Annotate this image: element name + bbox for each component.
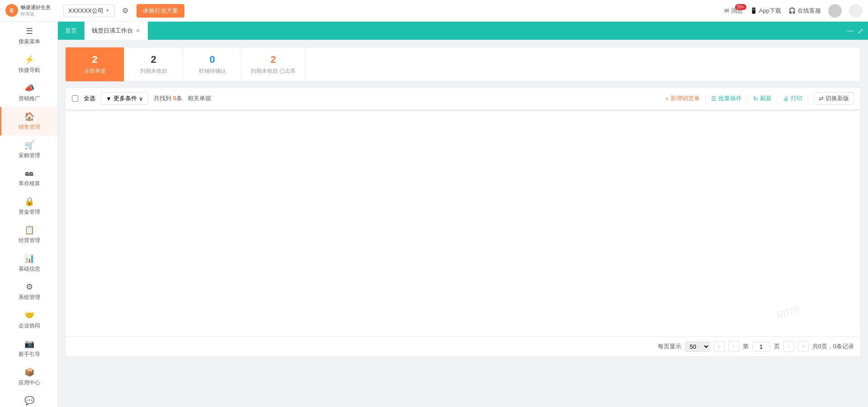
stats-label-pending: 旺铺待确认 bbox=[192, 67, 232, 75]
avatar[interactable] bbox=[828, 4, 842, 18]
search-menu-icon: ☰ bbox=[26, 26, 33, 36]
stats-label-overdue-shipped: 到期未收款 已出库 bbox=[251, 67, 296, 75]
stats-tab-all[interactable]: 2 全部单据 bbox=[66, 47, 124, 81]
service-icon: 🎧 bbox=[788, 7, 796, 14]
sidebar-label: 搜索菜单 bbox=[19, 38, 40, 46]
sidebar-label: 快捷导航 bbox=[19, 66, 40, 74]
sidebar-item-search-menu[interactable]: ☰ 搜索菜单 bbox=[0, 22, 57, 50]
first-page-btn[interactable]: « bbox=[714, 341, 725, 352]
guide-icon: 📷 bbox=[24, 339, 34, 349]
sidebar-item-app-center[interactable]: 📦 应用中心 bbox=[0, 363, 57, 391]
company-name: XXXXXX公司 bbox=[68, 7, 104, 15]
nav-message[interactable]: ✉ 消息 99+ bbox=[724, 7, 743, 15]
batch-icon: ☰ bbox=[711, 95, 717, 102]
divider bbox=[705, 95, 706, 102]
message-badge: 99+ bbox=[735, 4, 746, 10]
refresh-btn[interactable]: ↻ 刷新 bbox=[753, 94, 772, 103]
sidebar-label: 营销推广 bbox=[19, 95, 40, 103]
sidebar-label: 系统管理 bbox=[19, 294, 40, 301]
stats-label-all: 全部单据 bbox=[75, 67, 115, 75]
settings-icon[interactable]: ⚙ bbox=[118, 4, 132, 18]
per-page-label: 每页显示 bbox=[658, 342, 681, 351]
batch-btn[interactable]: ☰ 批量操作 bbox=[711, 94, 742, 103]
sidebar-item-marketing[interactable]: 📣 营销推广 bbox=[0, 79, 57, 107]
avatar-extra bbox=[849, 4, 863, 18]
stats-count-overdue-shipped: 2 bbox=[251, 54, 296, 65]
tab-bar: 首页 钱货日清工作台 ✕ — ⤢ bbox=[58, 22, 868, 40]
sidebar-label: 库存核算 bbox=[19, 180, 40, 187]
app-center-icon: 📦 bbox=[24, 367, 34, 377]
filter-icon: ▼ bbox=[106, 95, 112, 102]
toolbar-right: + 新增销货单 ☰ 批量操作 ↻ 刷新 🖨 打印 ⇄ 切换新版 bbox=[665, 92, 854, 105]
prev-page-btn[interactable]: ‹ bbox=[728, 341, 739, 352]
nav-service[interactable]: 🎧 在线客服 bbox=[788, 7, 821, 15]
sales-icon: 🏠 bbox=[24, 112, 34, 122]
per-page-select[interactable]: 50 100 200 bbox=[685, 342, 710, 352]
last-page-btn[interactable]: » bbox=[798, 341, 809, 352]
total-info: 共0页，0条记录 bbox=[812, 342, 854, 351]
empty-area bbox=[66, 111, 860, 292]
sidebar-item-basic-info[interactable]: 📊 基础信息 bbox=[0, 249, 57, 277]
chevron-down-icon: ∨ bbox=[139, 95, 143, 102]
divider3 bbox=[777, 95, 778, 102]
sidebar-item-quick-nav[interactable]: ⚡ 快捷导航 bbox=[0, 50, 57, 79]
tab-cashflow[interactable]: 钱货日清工作台 ✕ bbox=[85, 22, 148, 40]
nav-app-download[interactable]: 📱 App下载 bbox=[750, 7, 781, 15]
purchase-icon: 🛒 bbox=[24, 140, 34, 150]
sidebar-label: 资金管理 bbox=[19, 208, 40, 216]
tab-close-icon[interactable]: ✕ bbox=[136, 28, 140, 34]
finance-icon: 🔒 bbox=[24, 196, 34, 206]
switch-version-btn[interactable]: ⇄ 切换新版 bbox=[814, 92, 854, 105]
page-prefix: 第 bbox=[743, 342, 749, 351]
sidebar-item-inventory[interactable]: 🏘 库存核算 bbox=[0, 164, 57, 192]
experience-btn[interactable]: 体验行业方案 bbox=[137, 4, 184, 18]
tab-minimize-icon[interactable]: — bbox=[847, 27, 854, 35]
stats-tab-overdue-shipped[interactable]: 2 到期未收款 已出库 bbox=[242, 47, 305, 81]
select-all-checkbox[interactable] bbox=[72, 95, 78, 102]
sidebar-label: 销售管理 bbox=[19, 123, 40, 131]
sidebar-item-management[interactable]: 📋 经营管理 bbox=[0, 220, 57, 249]
stats-tab-overdue[interactable]: 2 到期未收款 bbox=[124, 47, 183, 81]
sidebar-label: 采购管理 bbox=[19, 152, 40, 159]
logo-badge: 标准版 bbox=[21, 11, 51, 17]
company-selector[interactable]: XXXXXX公司 ▼ bbox=[63, 5, 115, 17]
inventory-icon: 🏘 bbox=[25, 168, 33, 178]
main-content: 2 全部单据 2 到期未收款 0 旺铺待确认 2 到期未收款 已出库 全选 ▼ … bbox=[58, 40, 868, 407]
sidebar-label: 应用中心 bbox=[19, 379, 40, 387]
tab-home[interactable]: 首页 bbox=[58, 22, 85, 40]
message-icon: ✉ bbox=[724, 7, 729, 14]
top-header: 6 畅捷通好生意 标准版 XXXXXX公司 ▼ ⚙ 体验行业方案 ✉ 消息 99… bbox=[0, 0, 868, 22]
sidebar: ☰ 搜索菜单 ⚡ 快捷导航 📣 营销推广 🏠 销售管理 🛒 采购管理 🏘 库存核… bbox=[0, 22, 58, 407]
sidebar-item-cooperation[interactable]: 🤝 企业协同 bbox=[0, 306, 57, 334]
sidebar-item-guide[interactable]: 📷 新手引导 bbox=[0, 334, 57, 363]
related-label: 相关单据 bbox=[188, 94, 211, 103]
wechat-icon: 💬 bbox=[24, 396, 34, 406]
toolbar: 全选 ▼ 更多条件 ∨ 共找到 0条 相关单据 + 新增销货单 ☰ 批量操作 ↻… bbox=[65, 87, 861, 110]
system-icon: ⚙ bbox=[26, 282, 33, 292]
page-suffix: 页 bbox=[774, 342, 780, 351]
sidebar-item-finance[interactable]: 🔒 资金管理 bbox=[0, 192, 57, 220]
refresh-icon: ↻ bbox=[753, 95, 758, 102]
filter-btn[interactable]: ▼ 更多条件 ∨ bbox=[101, 92, 148, 105]
sidebar-item-system[interactable]: ⚙ 系统管理 bbox=[0, 277, 57, 306]
sidebar-item-purchase[interactable]: 🛒 采购管理 bbox=[0, 136, 57, 164]
page-input[interactable] bbox=[752, 342, 770, 351]
sidebar-item-wechat[interactable]: 💬 企业微信 bbox=[0, 391, 57, 407]
tab-actions: — ⤢ bbox=[847, 27, 868, 35]
quick-nav-icon: ⚡ bbox=[24, 55, 34, 65]
app-icon: 📱 bbox=[750, 7, 757, 14]
stats-label-overdue: 到期未收款 bbox=[133, 67, 174, 75]
stats-tabs: 2 全部单据 2 到期未收款 0 旺铺待确认 2 到期未收款 已出库 bbox=[65, 47, 861, 82]
next-page-btn[interactable]: › bbox=[783, 341, 794, 352]
sidebar-item-sales[interactable]: 🏠 销售管理 bbox=[0, 107, 57, 136]
stats-count-overdue: 2 bbox=[133, 54, 174, 65]
found-count: 0 bbox=[173, 95, 176, 102]
sidebar-label: 新手引导 bbox=[19, 351, 40, 358]
sidebar-label: 基础信息 bbox=[19, 265, 40, 273]
add-sales-btn[interactable]: + 新增销货单 bbox=[665, 94, 700, 103]
stats-tab-pending[interactable]: 0 旺铺待确认 bbox=[183, 47, 242, 81]
management-icon: 📋 bbox=[24, 225, 34, 235]
tab-maximize-icon[interactable]: ⤢ bbox=[858, 27, 863, 35]
print-btn[interactable]: 🖨 打印 bbox=[783, 94, 802, 103]
dropdown-arrow-icon: ▼ bbox=[105, 8, 110, 13]
